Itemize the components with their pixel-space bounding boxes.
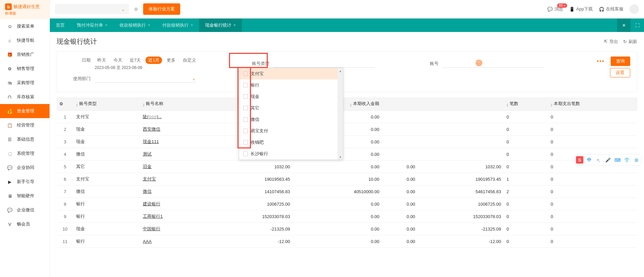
dropdown-option[interactable]: 银行: [239, 79, 337, 91]
ime-lang-button[interactable]: 中: [585, 156, 593, 164]
account-link[interactable]: 支付宝: [143, 176, 156, 181]
scroll-up-arrow[interactable]: ▴: [340, 68, 341, 73]
sidebar-item-0[interactable]: ⊙搜索菜单: [0, 19, 50, 33]
account-link[interactable]: 测试: [143, 151, 152, 157]
dropdown-option[interactable]: 其它: [239, 102, 337, 114]
account-input[interactable]: [443, 60, 544, 68]
fullscreen-button[interactable]: ⛶: [631, 19, 644, 32]
ime-toolbox-icon[interactable]: ⊞: [633, 156, 640, 164]
online-service-button[interactable]: 🎧 在线客服: [599, 6, 623, 12]
account-link[interactable]: 陡(○○○)...: [143, 114, 162, 119]
account-link[interactable]: 建设银行: [143, 201, 160, 206]
sidebar-item-7[interactable]: 📋经营管理: [0, 118, 50, 132]
account-link[interactable]: 工商银行1: [143, 214, 163, 219]
ime-keyboard-icon[interactable]: ⌨: [614, 156, 621, 164]
close-all-tabs-button[interactable]: ✕: [617, 19, 631, 32]
date-tag[interactable]: 近7天: [127, 57, 143, 64]
tab-label: 现金银行统计: [205, 22, 231, 28]
tab-close-icon[interactable]: ×: [148, 23, 150, 28]
topbar: ⌄ ⚙ 体验行业方案 💬 消息 99 + 📱 App下载 🎧 在线客服: [50, 0, 644, 19]
export-button[interactable]: ⇱ 导出: [604, 39, 618, 45]
scroll-down-arrow[interactable]: ▾: [340, 154, 341, 160]
column-header[interactable]: [382, 97, 418, 111]
sidebar-item-4[interactable]: 🛍采购管理: [0, 76, 50, 90]
sidebar-item-8[interactable]: ☰基础信息: [0, 132, 50, 146]
gear-icon[interactable]: ⚙: [134, 7, 138, 12]
org-selector[interactable]: ⌄: [55, 4, 129, 14]
checkbox[interactable]: [243, 94, 248, 99]
table-row: 6 支付宝 支付宝 19019563.45 10.00 0.00 1901957…: [57, 173, 637, 185]
dropdown-option[interactable]: 现金: [239, 91, 337, 102]
account-link[interactable]: 旧金: [143, 164, 152, 169]
sidebar-item-9[interactable]: ◌系统管理: [0, 146, 50, 161]
sidebar-item-13[interactable]: 💬企业微信: [0, 203, 50, 217]
experience-button[interactable]: 体验行业方案: [143, 3, 180, 15]
checkbox[interactable]: [243, 140, 248, 145]
date-tag[interactable]: 更多: [164, 57, 178, 64]
column-header[interactable]: [418, 97, 504, 111]
sidebar-item-3[interactable]: ⚙销售管理: [0, 62, 50, 76]
column-header[interactable]: ▴▾账号类型: [73, 97, 140, 111]
sort-icon[interactable]: ▴▾: [76, 103, 78, 107]
checkbox[interactable]: [243, 106, 248, 110]
tab-4[interactable]: 现金银行统计×: [199, 19, 242, 32]
tab-close-icon[interactable]: ×: [191, 23, 193, 28]
user-avatar[interactable]: [630, 4, 639, 14]
account-link[interactable]: 微信: [143, 189, 152, 194]
dropdown-option[interactable]: 易宝支付: [239, 125, 337, 137]
sidebar-item-14[interactable]: V畅会员: [0, 217, 50, 231]
refresh-button[interactable]: ↻ 刷新: [623, 39, 637, 45]
sidebar-item-6[interactable]: 💰资金管理: [0, 104, 50, 118]
table-settings-icon[interactable]: ⚙: [59, 101, 63, 106]
sidebar-item-1[interactable]: ⌂快捷导航: [0, 33, 50, 47]
sort-icon[interactable]: ▴▾: [350, 103, 352, 107]
checkbox[interactable]: [243, 151, 248, 156]
dropdown-option[interactable]: 支付宝: [239, 68, 337, 79]
tab-close-icon[interactable]: ×: [233, 23, 236, 28]
sort-icon[interactable]: ▴▾: [551, 103, 552, 107]
sidebar-item-10[interactable]: 💬企业协同: [0, 161, 50, 175]
sidebar-item-12[interactable]: 🖥智能硬件: [0, 189, 50, 203]
tab-close-icon[interactable]: ×: [105, 23, 107, 28]
ime-logo-icon[interactable]: S: [576, 156, 583, 164]
cell-c6: 152033078.03: [418, 210, 504, 223]
settings-button[interactable]: 设置: [610, 68, 630, 77]
date-tag[interactable]: 昨天: [95, 57, 109, 64]
sort-icon[interactable]: ▴▾: [507, 103, 508, 107]
account-link[interactable]: 现金111: [143, 139, 159, 144]
checkbox[interactable]: [243, 71, 248, 76]
query-button[interactable]: 查询: [611, 57, 630, 66]
dropdown-option[interactable]: 微信: [239, 114, 337, 125]
account-type-input[interactable]: [273, 60, 375, 68]
ime-skin-icon[interactable]: 👕: [623, 156, 631, 164]
column-header[interactable]: ▴▾笔数: [504, 97, 548, 111]
account-link[interactable]: 西安微信: [143, 127, 160, 132]
ime-mic-icon[interactable]: 🎤: [604, 156, 612, 164]
tab-2[interactable]: 收款核销执行×: [114, 19, 156, 32]
date-tag[interactable]: 今天: [111, 57, 125, 64]
dropdown-option[interactable]: 收钱吧: [239, 137, 337, 148]
account-link[interactable]: AAA: [143, 239, 152, 244]
ime-punct-icon[interactable]: •,: [595, 156, 602, 164]
message-button[interactable]: 💬 消息 99 +: [547, 6, 563, 12]
tab-1[interactable]: 预付冲应付单×: [71, 19, 114, 32]
column-header[interactable]: ▴▾本期支出笔数: [548, 97, 637, 111]
account-link[interactable]: 中国银行: [143, 226, 160, 231]
checkbox[interactable]: [243, 83, 248, 88]
sidebar-item-2[interactable]: 🎁营销推广: [0, 47, 50, 62]
date-tag[interactable]: 近1月: [146, 57, 162, 64]
checkbox[interactable]: [243, 117, 248, 122]
column-header[interactable]: ▴▾账号名称: [140, 97, 207, 111]
date-tag[interactable]: 自定义: [180, 57, 199, 64]
more-filters-button[interactable]: •••: [597, 58, 605, 64]
tab-0[interactable]: 首页: [50, 19, 71, 32]
tab-3[interactable]: 付款核销执行×: [156, 19, 199, 32]
sidebar-item-5[interactable]: ⛫库存核算: [0, 90, 50, 104]
dropdown-option[interactable]: 长沙银行: [239, 148, 337, 160]
checkbox[interactable]: [243, 129, 248, 133]
app-download-button[interactable]: 📱 App下载: [569, 6, 593, 12]
dropdown-scrollbar[interactable]: ▴ ▾: [337, 68, 343, 160]
sort-icon[interactable]: ▴▾: [143, 103, 144, 107]
sidebar-item-11[interactable]: ▶新手引导: [0, 175, 50, 189]
dept-select[interactable]: ⌄: [95, 75, 196, 83]
